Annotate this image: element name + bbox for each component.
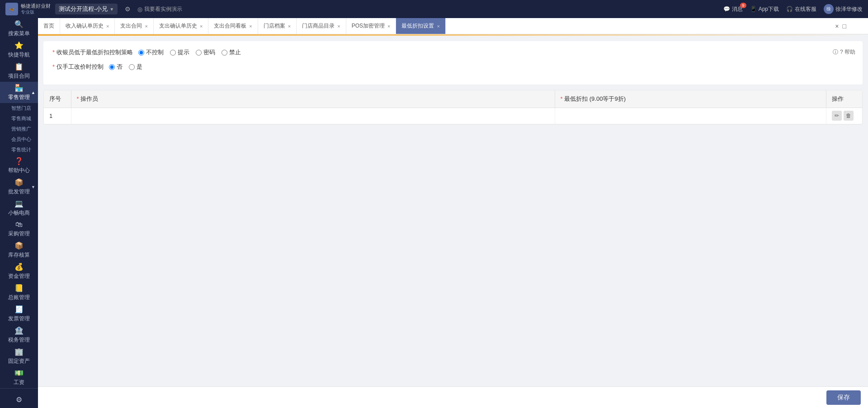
tab-pos-password[interactable]: POS加密管理 × (346, 18, 396, 34)
sidebar-item-retail-stats[interactable]: 零售统计 (0, 145, 38, 155)
radio-password[interactable]: 密码 (196, 48, 215, 56)
radio-no[interactable]: 否 (109, 63, 123, 71)
sidebar-item-member-center[interactable]: 会员中心 (0, 134, 38, 145)
radio-forbid[interactable]: 禁止 (222, 48, 241, 56)
sidebar-item-ecommerce[interactable]: 💻 小畅电商 (0, 197, 38, 219)
main-layout: 🔍 搜索菜单 ⭐ 快捷导航 📋 项目合同 🏪 零售管理 ▲ 智慧门店 零售商城 … (0, 18, 868, 408)
clipboard-icon: 📋 (14, 62, 24, 71)
delete-icon: 🗑 (846, 113, 851, 119)
demo-link[interactable]: ◎ 我要看实例演示 (137, 5, 182, 13)
sidebar-item-inventory[interactable]: 📦 库存核算 (0, 239, 38, 261)
sidebar-item-label: 帮助中心 (8, 167, 30, 174)
logo-icon: 🦋 (5, 3, 18, 15)
radio-tip-input[interactable] (170, 50, 176, 56)
sidebar-item-label: 快捷导航 (8, 51, 30, 59)
invoice-icon: 🧾 (14, 305, 24, 314)
policy-label: 收银员低于最低折扣控制策略 (52, 48, 133, 56)
help-icon: ❓ (14, 157, 24, 165)
sidebar-item-quick-nav[interactable]: ⭐ 快捷导航 (0, 39, 38, 61)
avatar: 徐 (824, 4, 834, 14)
sidebar-item-label: 小畅电商 (8, 209, 30, 217)
sidebar-item-accounting[interactable]: 📒 总账管理 (0, 282, 38, 303)
tab-expand-button[interactable]: □ (843, 23, 846, 30)
save-button[interactable]: 保存 (826, 390, 861, 405)
tab-store-file[interactable]: 门店档案 × (258, 18, 297, 34)
online-service-button[interactable]: 🎧 在线客服 (786, 5, 816, 13)
app-download-button[interactable]: 📱 App下载 (750, 5, 779, 13)
manual-price-form-row: 仅手工改价时控制 否 是 (52, 63, 854, 71)
tab-home[interactable]: 首页 (38, 18, 60, 34)
tab-close-icon[interactable]: × (200, 23, 203, 29)
sidebar-item-label: 会员中心 (11, 136, 31, 143)
sidebar-item-invoice-mgmt[interactable]: 🧾 发票管理 (0, 303, 38, 324)
sidebar-item-retail-mgmt[interactable]: 🏪 零售管理 ▲ (0, 82, 38, 103)
radio-yes-input[interactable] (129, 64, 135, 70)
sidebar-item-marketing[interactable]: 营销推广 (0, 124, 38, 134)
tab-payment-confirm-history[interactable]: 支出确认单历史 × (154, 18, 208, 34)
tab-label: 支出确认单历史 (159, 22, 197, 30)
tab-close-icon[interactable]: × (288, 23, 291, 29)
sidebar-item-label: 智慧门店 (11, 105, 31, 112)
header-right: 💬 消息 9 📱 App下载 🎧 在线客服 徐 徐泽华修改 (723, 4, 863, 14)
radio-no-control-input[interactable] (138, 50, 144, 56)
tab-close-icon[interactable]: × (145, 23, 147, 29)
tab-close-icon[interactable]: × (106, 23, 109, 29)
sidebar-item-smart-store[interactable]: 智慧门店 (0, 103, 38, 113)
sidebar-item-label: 零售商城 (11, 115, 31, 122)
cell-operator (71, 108, 555, 124)
tab-close-icon[interactable]: × (387, 23, 390, 29)
sidebar-item-retail-mall[interactable]: 零售商城 (0, 113, 38, 124)
tab-income-history[interactable]: 收入确认单历史 × (60, 18, 115, 34)
tab-label: 支出合同看板 (214, 22, 246, 30)
sidebar-item-fixed-assets[interactable]: 🏢 固定资产 (0, 346, 38, 367)
sidebar-item-purchase-mgmt[interactable]: 🛍 采购管理 (0, 219, 38, 239)
col-header-discount: 最低折扣 (9.00等于9折) (555, 90, 826, 108)
help-circle-icon: ⓘ (833, 48, 838, 56)
sidebar-item-label: 营销推广 (11, 126, 31, 132)
tab-min-discount[interactable]: 最低折扣设置 × (396, 18, 445, 34)
help-button[interactable]: ⓘ ? 帮助 (833, 48, 855, 56)
sidebar-item-search-menu[interactable]: 🔍 搜索菜单 (0, 18, 38, 39)
radio-forbid-input[interactable] (222, 50, 227, 56)
salary-icon: 💵 (14, 369, 24, 377)
settings-icon[interactable]: ⚙ (122, 4, 133, 14)
radio-password-input[interactable] (196, 50, 202, 56)
tab-label: 门店商品目录 (302, 22, 335, 30)
project-selector[interactable]: 测试分开流程-小兄 ▼ (55, 4, 118, 14)
user-profile-button[interactable]: 徐 徐泽华修改 (824, 4, 863, 14)
tab-label: 首页 (43, 22, 54, 30)
radio-yes[interactable]: 是 (129, 63, 142, 71)
table-row: 1 ✏ 🗑 (44, 108, 862, 124)
store-icon: 🏪 (14, 84, 24, 92)
sidebar-settings-button[interactable]: ⚙ (0, 389, 38, 408)
edit-button[interactable]: ✏ (832, 111, 842, 121)
sidebar-item-capital-mgmt[interactable]: 💰 资金管理 (0, 261, 38, 282)
tab-store-catalog[interactable]: 门店商品目录 × (297, 18, 346, 34)
messages-button[interactable]: 💬 消息 9 (723, 5, 743, 13)
sidebar-item-batch-mgmt[interactable]: 📦 批发管理 ▼ (0, 176, 38, 197)
discount-table: 序号 操作员 最低折扣 (9.00等于9折) 操作 1 (44, 90, 862, 124)
tab-close-icon[interactable]: × (437, 23, 439, 29)
form-card: ⓘ ? 帮助 收银员低于最低折扣控制策略 不控制 提示 (43, 41, 863, 84)
tab-close-button[interactable]: × (835, 23, 839, 30)
tab-close-icon[interactable]: × (249, 23, 252, 29)
sidebar-item-salary[interactable]: 💵 工资 (0, 367, 38, 388)
sidebar-item-help-center[interactable]: ❓ 帮助中心 (0, 155, 38, 176)
delete-button[interactable]: 🗑 (844, 111, 854, 121)
sidebar-item-label: 项目合同 (8, 72, 30, 80)
sidebar-item-label: 固定资产 (8, 357, 30, 365)
inventory-icon: 📦 (14, 241, 24, 250)
tab-payment-board[interactable]: 支出合同看板 × (208, 18, 258, 34)
sidebar-item-project-contract[interactable]: 📋 项目合同 (0, 61, 38, 82)
radio-no-input[interactable] (109, 64, 115, 70)
tab-label: 最低折扣设置 (401, 22, 434, 30)
sidebar-item-tax-mgmt[interactable]: 🏦 税务管理 (0, 324, 38, 346)
table-header-row: 序号 操作员 最低折扣 (9.00等于9折) 操作 (44, 90, 862, 108)
tax-icon: 🏦 (14, 326, 24, 335)
radio-no-control[interactable]: 不控制 (138, 48, 164, 56)
content-area: 首页 收入确认单历史 × 支出合同 × 支出确认单历史 × 支出合同看板 × 门… (38, 18, 868, 408)
tab-close-icon[interactable]: × (337, 23, 340, 29)
action-icons: ✏ 🗑 (832, 111, 857, 121)
tab-payment-contract[interactable]: 支出合同 × (115, 18, 153, 34)
radio-tip[interactable]: 提示 (170, 48, 189, 56)
